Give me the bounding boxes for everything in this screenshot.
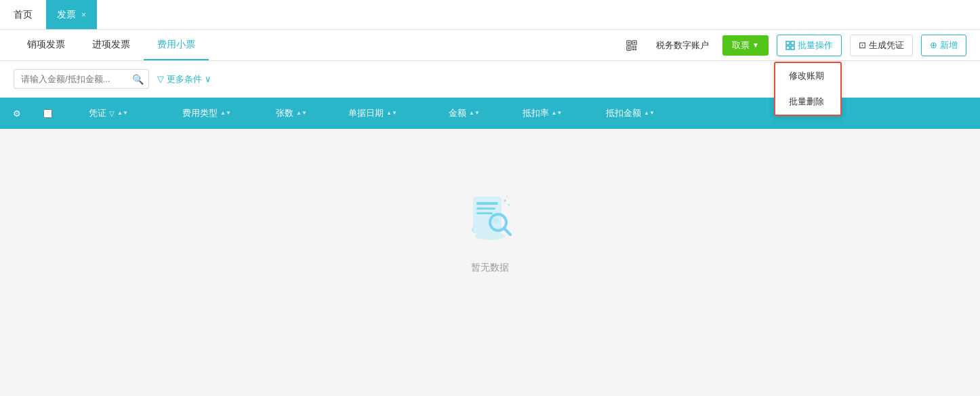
invoice-tab[interactable]: 发票 × bbox=[46, 0, 97, 29]
add-button[interactable]: ⊕ 新增 bbox=[921, 35, 966, 56]
add-label: 新增 bbox=[940, 39, 958, 52]
purchase-invoice-label: 进项发票 bbox=[92, 39, 130, 51]
home-label: 首页 bbox=[14, 9, 33, 21]
batch-op-label: 批量操作 bbox=[798, 39, 833, 52]
svg-point-23 bbox=[508, 204, 510, 206]
th-deduct-amount-label: 抵扣金额 bbox=[606, 107, 641, 119]
dropdown-item-batch-delete[interactable]: 批量删除 bbox=[775, 89, 840, 115]
home-nav-item[interactable]: 首页 bbox=[0, 0, 46, 29]
svg-rect-13 bbox=[791, 46, 794, 50]
th-voucher-sort[interactable]: ▲▼ bbox=[117, 111, 128, 116]
th-count-sort[interactable]: ▲▼ bbox=[296, 111, 307, 116]
qr-icon bbox=[626, 39, 638, 52]
th-voucher-label: 凭证 bbox=[89, 107, 106, 119]
top-nav: 首页 发票 × bbox=[0, 0, 980, 30]
th-deduct-amount[interactable]: 抵扣金额 ▲▼ bbox=[576, 107, 685, 119]
th-expense-type-label: 费用类型 bbox=[182, 107, 218, 119]
search-icon[interactable]: 🔍 bbox=[132, 74, 144, 85]
th-date-label: 单据日期 bbox=[348, 107, 384, 119]
tab-label: 发票 bbox=[57, 9, 76, 21]
sub-nav: 销项发票 进项发票 费用小票 税务数字账户 bbox=[0, 30, 980, 61]
th-date[interactable]: 单据日期 ▲▼ bbox=[325, 107, 420, 119]
more-filter-chevron: ∨ bbox=[205, 74, 211, 84]
sub-nav-tabs: 销项发票 进项发票 费用小票 bbox=[14, 30, 209, 60]
gen-voucher-button[interactable]: ⊡ 生成凭证 bbox=[850, 35, 913, 56]
svg-rect-17 bbox=[476, 207, 495, 210]
batch-op-button[interactable]: 批量操作 bbox=[777, 35, 842, 56]
expense-receipt-label: 费用小票 bbox=[157, 39, 195, 51]
svg-rect-8 bbox=[634, 41, 636, 43]
empty-state-icon bbox=[456, 183, 524, 251]
th-count[interactable]: 张数 ▲▼ bbox=[258, 107, 325, 119]
th-amount-label: 金额 bbox=[449, 107, 466, 119]
tab-sales-invoice[interactable]: 销项发票 bbox=[14, 30, 79, 60]
select-all-checkbox[interactable] bbox=[43, 109, 52, 118]
th-amount[interactable]: 金额 ▲▼ bbox=[420, 107, 508, 119]
take-ticket-label: 取票 bbox=[732, 39, 750, 52]
empty-state-text: 暂无数据 bbox=[471, 262, 509, 274]
tax-digital-account-button[interactable]: 税务数字账户 bbox=[651, 39, 714, 52]
tab-close-icon[interactable]: × bbox=[81, 10, 86, 20]
batch-op-wrapper: 批量操作 修改账期 批量删除 bbox=[777, 35, 842, 56]
th-expense-type-sort[interactable]: ▲▼ bbox=[220, 111, 231, 116]
th-checkbox[interactable] bbox=[34, 109, 61, 118]
th-deduct-rate-sort[interactable]: ▲▼ bbox=[552, 111, 563, 116]
th-deduct-rate-label: 抵扣率 bbox=[523, 107, 549, 119]
svg-rect-11 bbox=[791, 41, 794, 45]
gen-voucher-icon: ⊡ bbox=[859, 40, 866, 50]
more-filter-label: 更多条件 bbox=[167, 73, 202, 85]
take-ticket-button[interactable]: 取票 ▼ bbox=[722, 35, 769, 56]
filter-icon: ▽ bbox=[157, 74, 164, 84]
svg-rect-10 bbox=[786, 41, 790, 45]
svg-rect-9 bbox=[628, 47, 630, 49]
batch-icon bbox=[785, 41, 795, 50]
tab-purchase-invoice[interactable]: 进项发票 bbox=[79, 30, 144, 60]
settings-icon: ⚙ bbox=[13, 108, 21, 119]
svg-rect-16 bbox=[476, 202, 498, 205]
toolbar: 税务数字账户 取票 ▼ 批量操作 修改账期 bbox=[621, 35, 966, 56]
svg-line-20 bbox=[504, 229, 510, 235]
sales-invoice-label: 销项发票 bbox=[27, 39, 65, 51]
th-settings[interactable]: ⚙ bbox=[0, 108, 34, 119]
svg-rect-3 bbox=[632, 45, 634, 47]
add-icon: ⊕ bbox=[930, 40, 937, 50]
svg-point-24 bbox=[506, 196, 508, 197]
th-voucher[interactable]: 凭证 ▽ ▲▼ bbox=[61, 107, 156, 119]
th-expense-type[interactable]: 费用类型 ▲▼ bbox=[156, 107, 258, 119]
svg-point-21 bbox=[493, 218, 499, 223]
svg-rect-6 bbox=[635, 48, 637, 50]
svg-rect-7 bbox=[628, 41, 630, 43]
svg-point-22 bbox=[504, 199, 506, 202]
search-wrap: 🔍 bbox=[14, 69, 149, 89]
more-filter-button[interactable]: ▽ 更多条件 ∨ bbox=[157, 73, 211, 85]
svg-rect-4 bbox=[635, 45, 637, 47]
gen-voucher-label: 生成凭证 bbox=[869, 39, 904, 52]
take-ticket-chevron: ▼ bbox=[752, 41, 759, 49]
tab-expense-receipt[interactable]: 费用小票 bbox=[144, 30, 209, 60]
th-date-sort[interactable]: ▲▼ bbox=[386, 111, 397, 116]
svg-rect-5 bbox=[632, 48, 634, 50]
th-voucher-filter-icon: ▽ bbox=[109, 110, 115, 117]
empty-state: 暂无数据 bbox=[0, 129, 980, 315]
svg-rect-18 bbox=[476, 212, 493, 214]
th-count-label: 张数 bbox=[276, 107, 293, 119]
th-amount-sort[interactable]: ▲▼ bbox=[469, 111, 480, 116]
th-deduct-rate[interactable]: 抵扣率 ▲▼ bbox=[508, 107, 576, 119]
search-input[interactable] bbox=[14, 69, 149, 89]
batch-dropdown-menu: 修改账期 批量删除 bbox=[774, 62, 842, 116]
qr-button[interactable] bbox=[621, 35, 642, 56]
svg-rect-12 bbox=[786, 46, 790, 50]
th-deduct-amount-sort[interactable]: ▲▼ bbox=[644, 111, 655, 116]
dropdown-item-modify-period[interactable]: 修改账期 bbox=[775, 63, 840, 89]
